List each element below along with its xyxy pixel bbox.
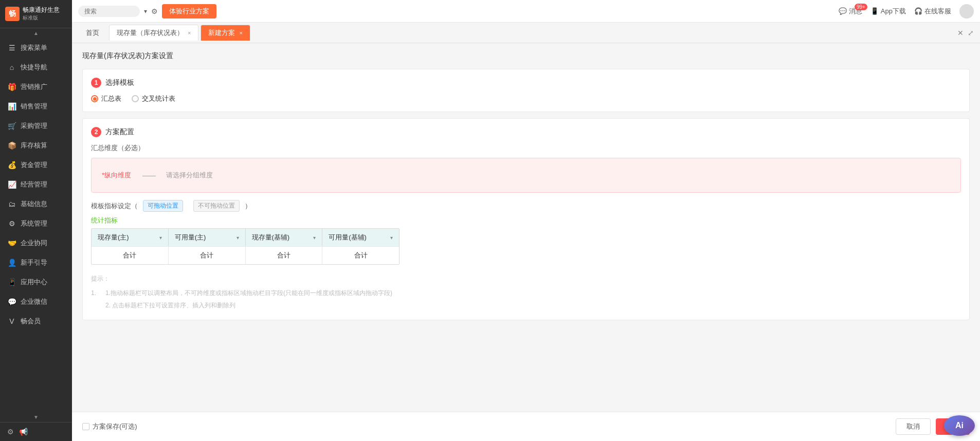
app-download-button[interactable]: 📱 App下载 xyxy=(870,7,906,16)
cancel-button[interactable]: 取消 xyxy=(896,418,931,435)
search-menu-icon: ☰ xyxy=(7,43,16,52)
table-header-cell-3[interactable]: 可用量(基辅) ▾ xyxy=(322,229,399,246)
chevron-0: ▾ xyxy=(159,235,162,241)
search-input[interactable] xyxy=(78,6,140,17)
tab-inventory-close[interactable]: × xyxy=(188,30,191,36)
speaker-icon[interactable]: 📢 xyxy=(19,428,28,436)
dropdown-button[interactable]: ▾ xyxy=(144,8,147,15)
chevron-3: ▾ xyxy=(390,235,393,241)
step1-header: 1 选择模板 xyxy=(91,78,961,88)
tip-2: 2. 点击标题栏下拉可设置排序、插入列和删除列 xyxy=(91,299,961,311)
indicator-config-line: 模板指标设定（ 可拖动位置 不可拖动位置 ） xyxy=(91,200,961,212)
sidebar-item-operations[interactable]: 📈 经营管理 xyxy=(0,175,72,194)
sidebar-item-sales[interactable]: 📊 销售管理 xyxy=(0,97,72,116)
col-header-1: 可用量(主) xyxy=(175,233,206,242)
col-header-2: 现存量(基辅) xyxy=(252,233,290,242)
tab-new-plan-close[interactable]: × xyxy=(239,30,242,36)
tips-area: 提示： 1. 1.拖动标题栏可以调整布局，不可跨维度或指标区域拖动栏目字段(只能… xyxy=(91,272,961,311)
customer-service-button[interactable]: 🎧 在线客服 xyxy=(914,7,951,16)
tip-num-1: 1. xyxy=(91,287,101,299)
sidebar-item-vip[interactable]: V 畅会员 xyxy=(0,311,72,331)
ai-float-button[interactable]: Ai xyxy=(944,415,975,436)
sidebar-item-guide[interactable]: 👤 新手引导 xyxy=(0,253,72,272)
mobile-icon: 📱 xyxy=(7,278,16,287)
sidebar-item-purchase[interactable]: 🛒 采购管理 xyxy=(0,116,72,136)
indicator-section: 统计指标 现存量(主) ▾ 可用量(主) ▾ xyxy=(91,216,961,266)
sidebar-item-finance[interactable]: 💰 资金管理 xyxy=(0,155,72,175)
tab-home[interactable]: 首页 xyxy=(78,25,107,41)
sidebar-item-wechat[interactable]: 💬 企业微信 xyxy=(0,292,72,311)
sidebar-item-search[interactable]: ☰ 搜索菜单 xyxy=(0,38,72,58)
step2-title: 方案配置 xyxy=(105,127,134,137)
table-cell-0-2: 合计 xyxy=(246,246,323,264)
sidebar-label-app: 应用中心 xyxy=(21,278,47,287)
radio-cross-label: 交叉统计表 xyxy=(142,94,175,103)
sidebar-label-wechat: 企业微信 xyxy=(21,297,47,306)
table-header-cell-2[interactable]: 现存量(基辅) ▾ xyxy=(246,229,323,246)
sidebar-bottom: ⚙ 📢 xyxy=(0,422,72,441)
tab-inventory[interactable]: 现存量（库存状况表） × xyxy=(109,25,198,41)
sidebar-item-marketing[interactable]: 🎁 营销推广 xyxy=(0,77,72,97)
step1-title: 选择模板 xyxy=(105,78,134,87)
expand-icon[interactable]: ⤢ xyxy=(968,29,974,37)
topbar: ▾ ⚙ 体验行业方案 💬 消息 99+ 📱 App下载 🎧 在线客服 xyxy=(72,0,980,23)
sidebar-label-sales: 销售管理 xyxy=(21,102,47,111)
message-badge: 99+ xyxy=(855,4,867,10)
sidebar-item-app-center[interactable]: 📱 应用中心 xyxy=(0,272,72,292)
tab-home-label: 首页 xyxy=(86,28,99,38)
ai-label: Ai xyxy=(955,421,964,430)
close-panel-icon[interactable]: ✕ xyxy=(957,29,964,37)
topbar-gear-icon[interactable]: ⚙ xyxy=(151,7,158,15)
sidebar-label-marketing: 营销推广 xyxy=(21,82,47,91)
tip-text-2: 2. 点击标题栏下拉可设置排序、插入列和删除列 xyxy=(105,299,235,311)
sidebar-label-guide: 新手引导 xyxy=(21,258,47,267)
radio-cross-table[interactable]: 交叉统计表 xyxy=(132,94,175,103)
sidebar-label-quick: 快捷导航 xyxy=(21,63,47,72)
table-header-row: 现存量(主) ▾ 可用量(主) ▾ 现存量(基辅) ▾ xyxy=(92,229,399,246)
sidebar-item-basic-info[interactable]: 🗂 基础信息 xyxy=(0,194,72,214)
radio-summary-table[interactable]: 汇总表 xyxy=(91,94,121,103)
message-button[interactable]: 💬 消息 99+ xyxy=(839,7,862,16)
radio-summary-indicator xyxy=(91,95,98,102)
cart-icon: 🛒 xyxy=(7,121,16,131)
save-option-checkbox[interactable]: 方案保存(可选) xyxy=(82,422,137,431)
message-icon: 💬 xyxy=(839,7,847,15)
table-header-cell-0[interactable]: 现存量(主) ▾ xyxy=(92,229,169,246)
col-header-3: 可用量(基辅) xyxy=(329,233,367,242)
tabbar: 首页 现存量（库存状况表） × 新建方案 × ✕ ⤢ xyxy=(72,23,980,43)
dimension-area[interactable]: *纵向维度 —— 请选择分组维度 xyxy=(91,158,961,193)
tab-new-plan[interactable]: 新建方案 × xyxy=(201,25,250,41)
settings-bottom-icon[interactable]: ⚙ xyxy=(7,428,14,436)
save-checkbox[interactable] xyxy=(82,423,89,430)
summary-dimension-label: 汇总维度（必选） xyxy=(91,143,961,153)
save-option-label: 方案保存(可选) xyxy=(93,422,137,431)
stats-table: 现存量(主) ▾ 可用量(主) ▾ 现存量(基辅) ▾ xyxy=(91,228,400,265)
sidebar-label-vip: 畅会员 xyxy=(21,317,41,326)
sidebar-item-inventory[interactable]: 📦 库存核算 xyxy=(0,136,72,155)
sidebar-scroll-down[interactable]: ▼ xyxy=(0,412,72,422)
table-header-cell-1[interactable]: 可用量(主) ▾ xyxy=(169,229,246,246)
user-avatar[interactable] xyxy=(959,4,974,19)
trial-button[interactable]: 体验行业方案 xyxy=(162,4,216,19)
tab-new-plan-label: 新建方案 xyxy=(208,28,235,38)
step1-number: 1 xyxy=(91,78,101,88)
chevron-1: ▾ xyxy=(237,235,239,241)
money-icon: 💰 xyxy=(7,160,16,170)
step2-card: 2 方案配置 汇总维度（必选） *纵向维度 —— 请选择分组维度 模板指标设定（… xyxy=(82,118,970,320)
table-cell-0-3: 合计 xyxy=(322,246,399,264)
sidebar-item-system[interactable]: ⚙ 系统管理 xyxy=(0,214,72,233)
box-icon: 📦 xyxy=(7,141,16,150)
collab-icon: 🤝 xyxy=(7,238,16,248)
table-cell-0-1: 合计 xyxy=(169,246,246,264)
sidebar-label-search: 搜索菜单 xyxy=(21,43,47,52)
sidebar-label-system: 系统管理 xyxy=(21,219,47,228)
wechat-icon: 💬 xyxy=(7,297,16,306)
sidebar: 畅 畅康通好生意 标准版 ▲ ☰ 搜索菜单 ⌂ 快捷导航 🎁 营销推广 📊 销售… xyxy=(0,0,72,441)
sidebar-logo: 畅 畅康通好生意 标准版 xyxy=(0,0,72,28)
sidebar-item-collab[interactable]: 🤝 企业协同 xyxy=(0,233,72,253)
table-data-row-0: 合计 合计 合计 合计 xyxy=(92,246,399,264)
user-icon: 👤 xyxy=(7,258,16,267)
sidebar-scroll-up[interactable]: ▲ xyxy=(0,28,72,38)
sidebar-item-quick-nav[interactable]: ⌂ 快捷导航 xyxy=(0,58,72,77)
required-mark: *纵向维度 xyxy=(102,171,131,180)
